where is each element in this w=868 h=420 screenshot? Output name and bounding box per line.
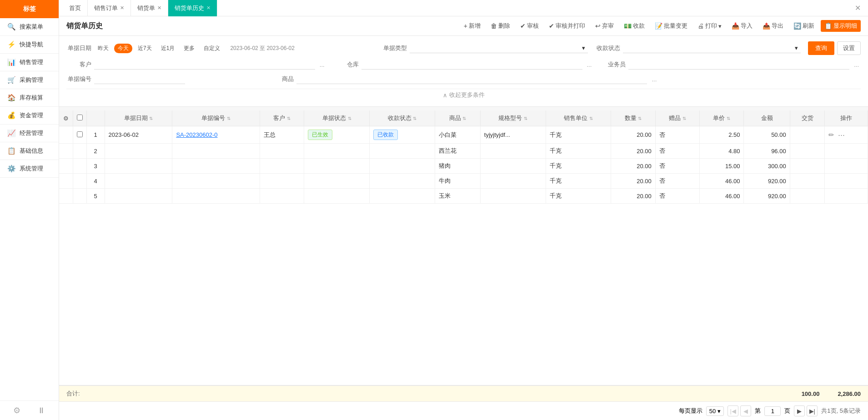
delete-button[interactable]: 🗑 删除 — [487, 20, 514, 32]
th-doc-status[interactable]: 单据状态 ⇅ — [304, 110, 370, 126]
warehouse-dots-button[interactable]: ... — [585, 61, 594, 68]
finance-mgmt-icon: 💰 — [7, 111, 16, 120]
batch-change-button[interactable]: 📝 批量变更 — [651, 20, 691, 32]
td-unit-0: 千克 — [546, 126, 611, 144]
th-doc-no[interactable]: 单据编号 ⇅ — [172, 110, 260, 126]
doc-number-input[interactable] — [94, 74, 185, 84]
sort-payment-status-icon: ⇅ — [413, 116, 416, 121]
edit-action-icon[interactable]: ✏ — [828, 131, 834, 139]
filter-warehouse: 仓库 ... — [334, 60, 594, 70]
row-checkbox[interactable] — [77, 131, 83, 137]
date-tag-today[interactable]: 今天 — [114, 44, 132, 53]
abandon-button[interactable]: ↩ 弃审 — [592, 20, 617, 32]
audit-print-button[interactable]: ✔ 审核并打印 — [545, 20, 589, 32]
th-num — [86, 110, 105, 126]
tab-sales-history[interactable]: 销货单历史 ✕ — [168, 0, 217, 16]
settings-button[interactable]: 设置 — [837, 41, 861, 55]
td-unit-1: 千克 — [546, 144, 611, 159]
sidebar-settings-icon[interactable]: ⚙ — [13, 405, 20, 415]
td-checkbox-1 — [73, 144, 86, 159]
salesperson-input[interactable] — [628, 60, 849, 70]
tab-home[interactable]: 首页 — [63, 0, 88, 16]
sidebar-item-quick-nav[interactable]: ⚡ 快捷导航 — [0, 36, 59, 54]
warehouse-input[interactable] — [361, 60, 582, 70]
show-detail-button[interactable]: 📋 显示明细 — [821, 20, 861, 32]
table-row: 4 牛肉 千克 20.00 否 46.00 920.00 — [59, 174, 868, 189]
tab-sales-order[interactable]: 销售订单 ✕ — [88, 0, 131, 16]
td-price-0: 2.50 — [700, 126, 744, 144]
tab-close-all-button[interactable]: ✕ — [851, 4, 864, 12]
system-mgmt-icon: ⚙️ — [7, 165, 16, 173]
customer-dots-button[interactable]: ... — [318, 61, 326, 68]
td-transaction-4 — [790, 189, 825, 204]
date-tag-more[interactable]: 更多 — [180, 44, 198, 53]
doc-type-select[interactable]: ▾ — [410, 43, 587, 53]
customer-input[interactable] — [94, 60, 315, 70]
th-goods[interactable]: 商品 ⇅ — [435, 110, 480, 126]
date-tag-custom[interactable]: 自定义 — [200, 44, 224, 53]
page-first-button[interactable]: |◀ — [728, 405, 738, 416]
sidebar-item-basic-info[interactable]: 📋 基础信息 — [0, 142, 59, 160]
th-price[interactable]: 单价 ⇅ — [700, 110, 744, 126]
sidebar-item-system-mgmt[interactable]: ⚙️ 系统管理 — [0, 160, 59, 178]
import-button[interactable]: 📥 导入 — [728, 20, 756, 32]
th-gift[interactable]: 赠品 ⇅ — [655, 110, 699, 126]
tab-sales-goods-close-icon[interactable]: ✕ — [157, 5, 161, 11]
summary-total-qty: 100.00 — [802, 390, 820, 397]
refresh-button[interactable]: 🔄 刷新 — [790, 20, 818, 32]
doc-type-label: 单据类型 — [382, 44, 407, 52]
sidebar-item-purchase-mgmt[interactable]: 🛒 采购管理 — [0, 71, 59, 89]
td-doc-no-0[interactable]: SA-20230602-0 — [172, 126, 260, 144]
th-customer[interactable]: 客户 ⇅ — [260, 110, 304, 126]
sidebar-item-operation-mgmt[interactable]: 📈 经营管理 — [0, 125, 59, 142]
td-amount-3: 920.00 — [744, 174, 790, 189]
print-dropdown-icon: ▾ — [718, 23, 722, 30]
add-icon: + — [464, 22, 467, 30]
print-button[interactable]: 🖨 打印 ▾ — [694, 20, 725, 32]
tab-sales-order-close-icon[interactable]: ✕ — [120, 5, 124, 11]
sort-spec-icon: ⇅ — [524, 116, 527, 121]
delete-icon: 🗑 — [491, 22, 497, 30]
td-customer-0: 王总 — [260, 126, 304, 144]
collect-button[interactable]: 💵 收款 — [620, 20, 648, 32]
th-spec[interactable]: 规格型号 ⇅ — [480, 110, 546, 126]
select-all-checkbox[interactable] — [77, 115, 83, 120]
th-unit[interactable]: 销售单位 ⇅ — [546, 110, 611, 126]
sidebar-item-finance-mgmt[interactable]: 💰 资金管理 — [0, 107, 59, 125]
payment-status-select[interactable]: ▾ — [623, 43, 801, 53]
add-button[interactable]: + 新增 — [460, 20, 484, 32]
export-button[interactable]: 📤 导出 — [759, 20, 787, 32]
audit-button[interactable]: ✔ 审核 — [517, 20, 542, 32]
page-number-input[interactable] — [764, 406, 781, 416]
goods-dots-button[interactable]: ... — [650, 76, 658, 83]
page-last-button[interactable]: ▶| — [807, 405, 818, 416]
sidebar-item-inventory[interactable]: 🏠 库存核算 — [0, 89, 59, 107]
collapse-button[interactable]: ∧ 收起更多条件 — [66, 89, 861, 101]
th-date[interactable]: 单据日期 ⇅ — [105, 110, 172, 126]
page-prev-button[interactable]: ◀ — [740, 405, 751, 416]
date-tag-1month[interactable]: 近1月 — [157, 44, 179, 53]
date-tag-7days[interactable]: 近7天 — [134, 44, 156, 53]
filter-area: 单据日期 昨天 今天 近7天 近1月 更多 自定义 2023-06-02 至 2… — [59, 36, 868, 107]
sidebar-item-search-menu[interactable]: 🔍 搜索菜单 — [0, 18, 59, 36]
goods-input[interactable] — [296, 74, 647, 84]
more-action-icon[interactable]: ⋯ — [838, 131, 845, 139]
td-settings-3 — [59, 174, 73, 189]
doc-no-link[interactable]: SA-20230602-0 — [176, 131, 217, 138]
td-doc-no-3 — [172, 174, 260, 189]
sidebar-pause-icon[interactable]: ⏸ — [37, 406, 45, 415]
date-tag-yesterday[interactable]: 昨天 — [94, 44, 112, 53]
sidebar-item-sales-mgmt[interactable]: 📊 销售管理 — [0, 54, 59, 71]
th-qty[interactable]: 数量 ⇅ — [611, 110, 655, 126]
th-payment-status[interactable]: 收款状态 ⇅ — [370, 110, 435, 126]
salesperson-dots-button[interactable]: ... — [852, 61, 861, 68]
tab-sales-history-close-icon[interactable]: ✕ — [206, 5, 211, 11]
tab-sales-goods[interactable]: 销货单 ✕ — [131, 0, 168, 16]
column-settings-icon[interactable]: ⚙ — [63, 115, 69, 122]
salesperson-label: 业务员 — [601, 60, 626, 69]
refresh-label: 刷新 — [803, 22, 814, 30]
page-next-button[interactable]: ▶ — [794, 405, 805, 416]
page-size-select[interactable]: 50 ▾ — [706, 406, 724, 416]
th-spec-label: 规格型号 — [498, 115, 522, 121]
query-button[interactable]: 查询 — [808, 41, 834, 55]
